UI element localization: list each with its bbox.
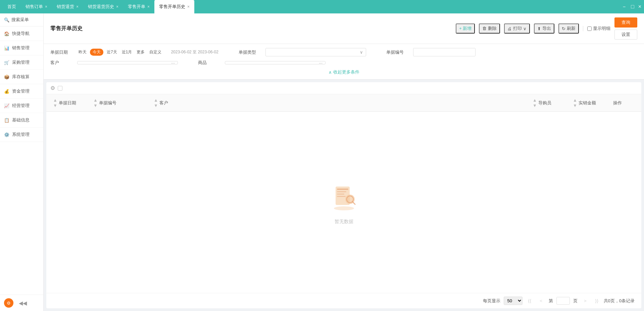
date-btn-7days[interactable]: 近7天 xyxy=(105,49,118,56)
settings-button[interactable]: 设置 xyxy=(614,30,637,40)
tab-retail-order-label: 零售开单 xyxy=(128,4,145,10)
search-icon: 🔍 xyxy=(4,17,9,22)
page-last-btn[interactable]: ⟩⟩ xyxy=(593,298,600,304)
date-filter-label: 单据日期 xyxy=(50,49,70,55)
sort-arrows-customer: ▲▼ xyxy=(154,98,158,108)
per-page-select[interactable]: 50 100 200 xyxy=(504,297,523,305)
tab-retail-order[interactable]: 零售开单 × xyxy=(123,0,154,13)
th-amount[interactable]: ▲▼ 实销金额 xyxy=(570,94,610,111)
settings-gear-icon[interactable]: ⚙ xyxy=(4,298,13,308)
select-all-checkbox[interactable] xyxy=(58,86,62,91)
date-btn-yesterday[interactable]: 昨天 xyxy=(77,49,88,56)
sidebar: 🔍 搜索采单 🏠 快捷导航 📊 销售管理 🛒 采购管理 📦 库存核算 💰 资金管… xyxy=(0,13,44,311)
empty-text: 暂无数据 xyxy=(335,219,353,225)
bill-type-arrow-icon: ∨ xyxy=(360,50,363,55)
window-controls: － □ × xyxy=(622,3,641,10)
sidebar-item-quick-nav[interactable]: 🏠 快捷导航 xyxy=(0,27,43,41)
tab-return[interactable]: 销货退货 × xyxy=(52,0,83,13)
filter-row-1: 单据日期 昨天 今天 近7天 近1月 更多 自定义 2023-06-02 至 2… xyxy=(50,48,637,56)
content-area: 零售开单历史 + 新增 🗑 删除 🖨 打印 ∨ ⬆ 导出 ↻ 刷新 xyxy=(44,13,644,311)
date-btn-custom[interactable]: 自定义 xyxy=(148,49,163,56)
sidebar-item-inventory[interactable]: 📦 库存核算 xyxy=(0,70,43,84)
th-customer[interactable]: ▲▼ 客户 xyxy=(151,94,530,111)
page-label-pre: 第 xyxy=(549,298,553,304)
tab-return-history-close[interactable]: × xyxy=(116,4,118,9)
th-number[interactable]: ▲▼ 单据编号 xyxy=(91,94,151,111)
maximize-btn[interactable]: □ xyxy=(631,4,634,10)
toolbar-divider xyxy=(583,26,583,31)
table-settings-icon[interactable]: ⚙ xyxy=(50,85,55,91)
tab-sales-order-close[interactable]: × xyxy=(45,4,47,9)
tab-return-close[interactable]: × xyxy=(76,4,79,9)
close-btn[interactable]: × xyxy=(638,4,641,10)
date-btn-more[interactable]: 更多 xyxy=(135,49,146,56)
th-guide[interactable]: ▲▼ 导购员 xyxy=(530,94,570,111)
page-prev-btn[interactable]: ＜ xyxy=(537,297,545,305)
show-detail-checkbox[interactable] xyxy=(587,27,592,31)
per-page-label: 每页显示 xyxy=(483,298,500,304)
tab-home-label: 首页 xyxy=(7,4,16,10)
sidebar-item-sys-mgmt[interactable]: ⚙️ 系统管理 xyxy=(0,127,43,142)
sidebar-collapse-button[interactable]: ◀◀ xyxy=(19,300,27,306)
page-header: 零售开单历史 + 新增 🗑 删除 🖨 打印 ∨ ⬆ 导出 ↻ 刷新 xyxy=(44,13,644,44)
pagination: 每页显示 50 100 200 ⟨⟨ ＜ 第 1 页 ＞ ⟩⟩ 共0页，0条记录 xyxy=(46,293,641,308)
empty-state: 暂无数据 xyxy=(46,112,641,293)
th-amount-label: 实销金额 xyxy=(579,100,596,106)
collapse-filter-button[interactable]: ∧ 收起更多条件 xyxy=(50,69,637,75)
tab-home[interactable]: 首页 xyxy=(3,0,21,13)
show-detail-toggle[interactable]: 显示明细 xyxy=(587,25,610,32)
th-action-label: 操作 xyxy=(613,100,622,106)
date-btn-today[interactable]: 今天 xyxy=(90,49,103,56)
top-bar: 首页 销售订单 × 销货退货 × 销货退货历史 × 零售开单 × 零售开单历史 … xyxy=(0,0,644,13)
sidebar-item-label-quick-nav: 快捷导航 xyxy=(12,31,30,37)
sidebar-item-label-inventory: 库存核算 xyxy=(12,74,30,80)
base-info-icon: 📋 xyxy=(4,118,9,123)
page-next-btn[interactable]: ＞ xyxy=(581,297,590,305)
th-date[interactable]: ▲▼ 单据日期 xyxy=(50,94,91,111)
sort-arrows-guide: ▲▼ xyxy=(533,98,537,108)
new-button[interactable]: + 新增 xyxy=(456,23,475,34)
tab-retail-history[interactable]: 零售开单历史 × xyxy=(154,0,194,13)
export-button[interactable]: ⬆ 导出 xyxy=(534,23,554,34)
th-guide-label: 导购员 xyxy=(538,100,551,106)
tab-sales-order[interactable]: 销售订单 × xyxy=(21,0,52,13)
delete-button[interactable]: 🗑 删除 xyxy=(479,23,500,34)
main-layout: 🔍 搜索采单 🏠 快捷导航 📊 销售管理 🛒 采购管理 📦 库存核算 💰 资金管… xyxy=(0,13,644,311)
customer-input[interactable] xyxy=(77,61,178,64)
tab-return-label: 销货退货 xyxy=(57,4,74,10)
goods-input[interactable] xyxy=(225,61,326,64)
sidebar-item-operations[interactable]: 📈 经营管理 xyxy=(0,99,43,113)
bill-number-label: 单据编号 xyxy=(386,49,406,55)
sidebar-item-label-finance: 资金管理 xyxy=(12,88,30,94)
th-number-label: 单据编号 xyxy=(99,100,116,106)
tab-retail-history-close[interactable]: × xyxy=(187,4,190,9)
sidebar-search[interactable]: 🔍 搜索采单 xyxy=(0,13,43,27)
filter-row-2: 客户 商品 xyxy=(50,60,637,66)
tab-retail-order-close[interactable]: × xyxy=(147,4,150,9)
bill-number-input[interactable] xyxy=(413,48,476,56)
page-label: 页 xyxy=(573,298,578,304)
svg-rect-2 xyxy=(337,189,348,190)
sidebar-item-finance[interactable]: 💰 资金管理 xyxy=(0,84,43,99)
refresh-button[interactable]: ↻ 刷新 xyxy=(558,23,579,34)
date-btn-1month[interactable]: 近1月 xyxy=(120,49,134,56)
query-button[interactable]: 查询 xyxy=(614,17,637,28)
bill-type-select[interactable]: ∨ xyxy=(265,48,366,56)
refresh-label: 刷新 xyxy=(567,25,576,32)
tab-return-history[interactable]: 销货退货历史 × xyxy=(83,0,123,13)
table-header: ▲▼ 单据日期 ▲▼ 单据编号 ▲▼ 客户 ▲▼ 导购员 ▲▼ 实销金额 xyxy=(46,94,641,112)
finance-icon: 💰 xyxy=(4,89,9,94)
sidebar-item-sales-mgmt[interactable]: 📊 销售管理 xyxy=(0,41,43,55)
date-shortcuts: 昨天 今天 近7天 近1月 更多 自定义 xyxy=(77,49,163,56)
th-action: 操作 xyxy=(610,97,637,109)
sidebar-item-base-info[interactable]: 📋 基础信息 xyxy=(0,113,43,127)
refresh-icon: ↻ xyxy=(562,26,565,31)
sidebar-search-label: 搜索采单 xyxy=(11,17,29,23)
th-customer-label: 客户 xyxy=(159,100,168,106)
minimize-btn[interactable]: － xyxy=(622,3,627,10)
page-number-input[interactable]: 1 xyxy=(556,297,570,305)
page-first-btn[interactable]: ⟨⟨ xyxy=(526,298,533,304)
sort-arrows-number: ▲▼ xyxy=(93,98,98,108)
sidebar-item-purchase-mgmt[interactable]: 🛒 采购管理 xyxy=(0,55,43,70)
print-button[interactable]: 🖨 打印 ∨ xyxy=(504,23,530,34)
